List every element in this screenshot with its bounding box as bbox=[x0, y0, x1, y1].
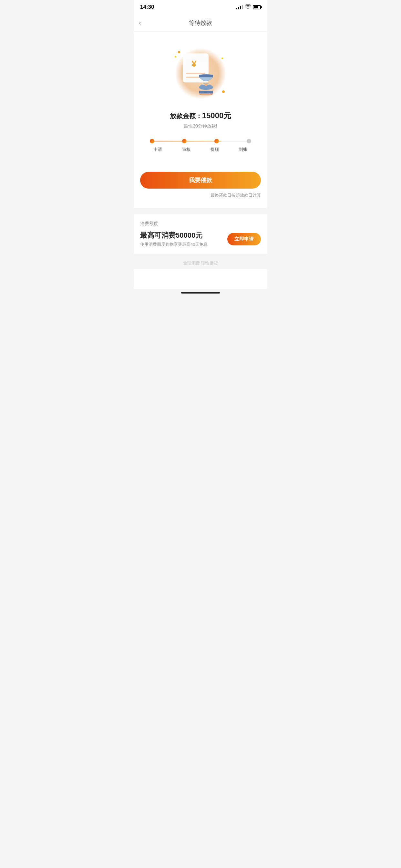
signal-icon bbox=[236, 5, 243, 9]
main-content: ¥ bbox=[134, 32, 267, 208]
step-dot-2 bbox=[182, 139, 187, 144]
page-title: 等待放款 bbox=[189, 19, 212, 27]
svg-point-8 bbox=[205, 84, 207, 86]
consumer-section-label: 消费额度 bbox=[140, 221, 261, 227]
amount-section: 放款金额：15000元 最快30分钟放款! bbox=[170, 111, 232, 129]
steps-track bbox=[150, 139, 251, 144]
consumer-info: 最高可消费50000元 使用消费额度购物享受最高40天免息 bbox=[140, 230, 208, 247]
hero-section: ¥ bbox=[134, 32, 267, 172]
urge-button[interactable]: 我要催款 bbox=[140, 172, 261, 189]
step-dot-1 bbox=[150, 139, 154, 144]
step-dot-3 bbox=[214, 139, 219, 144]
step-dot-4 bbox=[247, 139, 251, 144]
wifi-icon bbox=[245, 4, 251, 10]
battery-icon bbox=[253, 5, 261, 9]
svg-rect-9 bbox=[199, 74, 213, 77]
amount-subtitle: 最快30分钟放款! bbox=[170, 123, 232, 129]
status-time: 14:30 bbox=[140, 4, 154, 10]
step-label-2: 审核 bbox=[178, 147, 194, 152]
dot-decoration bbox=[222, 90, 225, 93]
section-separator bbox=[134, 211, 267, 214]
dot-decoration bbox=[221, 58, 223, 59]
consumer-section: 消费额度 最高可消费50000元 使用消费额度购物享受最高40天免息 立即申请 bbox=[134, 214, 267, 254]
amount-label: 放款金额：15000元 bbox=[170, 111, 232, 121]
nav-bar: ‹ 等待放款 bbox=[134, 14, 267, 32]
dot-decoration bbox=[175, 56, 176, 58]
back-button[interactable]: ‹ bbox=[139, 19, 141, 27]
hourglass-illustration: ¥ bbox=[180, 50, 221, 95]
footer-note: 合理消费 理性借贷 bbox=[134, 254, 267, 269]
status-icons bbox=[236, 4, 261, 10]
apply-button[interactable]: 立即申请 bbox=[227, 233, 261, 245]
steps-section: 申请 审核 提现 到账 bbox=[140, 139, 261, 152]
consumer-amount: 最高可消费50000元 bbox=[140, 230, 208, 240]
illustration: ¥ bbox=[172, 44, 229, 103]
steps-labels: 申请 审核 提现 到账 bbox=[150, 147, 251, 152]
status-bar: 14:30 bbox=[134, 0, 267, 14]
svg-rect-10 bbox=[199, 91, 213, 93]
home-bar bbox=[181, 292, 220, 293]
steps-line-active bbox=[154, 141, 221, 142]
bottom-space bbox=[134, 269, 267, 289]
repay-note: 最终还款日按照放款日计算 bbox=[134, 192, 267, 198]
step-label-1: 申请 bbox=[150, 147, 166, 152]
svg-text:¥: ¥ bbox=[191, 59, 197, 69]
home-indicator bbox=[134, 289, 267, 295]
step-label-3: 提现 bbox=[207, 147, 223, 152]
consumer-row: 最高可消费50000元 使用消费额度购物享受最高40天免息 立即申请 bbox=[140, 230, 261, 247]
consumer-desc: 使用消费额度购物享受最高40天免息 bbox=[140, 242, 208, 247]
step-label-4: 到账 bbox=[235, 147, 251, 152]
